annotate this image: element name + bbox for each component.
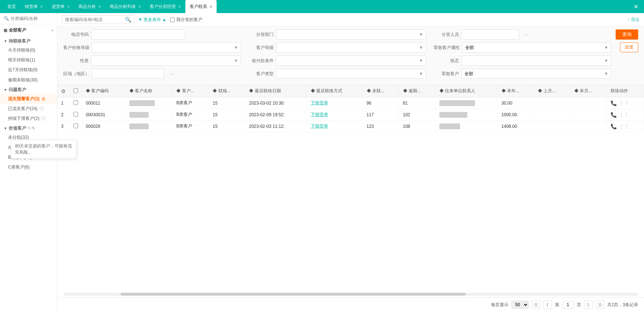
tab-home[interactable]: 首页	[3, 0, 20, 13]
page-last-btn[interactable]: ⟩⟩	[596, 300, 604, 309]
page-next-btn[interactable]: ⟩	[584, 300, 593, 309]
contact-icon[interactable]: 📞	[611, 112, 617, 118]
row-checkbox[interactable]	[73, 123, 78, 128]
last-method-link[interactable]: 下销货单	[311, 123, 328, 129]
sidebar-group-problem-customers[interactable]: ▼ 问题客户	[0, 85, 57, 94]
tab-analysis[interactable]: 商品分析 ✕	[74, 0, 105, 13]
sidebar-item-today-contact[interactable]: 今天待联络(0)	[0, 45, 57, 55]
filter-search-input[interactable]	[65, 17, 125, 22]
cell-no-contact: 96	[363, 97, 399, 109]
tab-customer-tier[interactable]: 客户分层经营 ✕	[145, 0, 185, 13]
col-this-year: ◆ 本年...	[498, 85, 534, 97]
filter-cell-zero-attr: 零散客户属性 全部 ▼	[434, 42, 611, 53]
customer-type-select-wrap: ▼	[276, 69, 426, 79]
cell-contact: 15	[209, 121, 245, 132]
sidebar-item-tomorrow-contact[interactable]: 明天待联络(1)	[0, 55, 57, 65]
sidebar-item-declining[interactable]: 持续下滑客户(2) ⓘ	[0, 114, 57, 123]
manager-more-btn[interactable]: ···	[522, 32, 532, 37]
page-prev-btn[interactable]: ⟨	[543, 300, 552, 309]
last-method-link[interactable]: 下销货单	[311, 100, 328, 105]
horizontal-scrollbar[interactable]	[63, 293, 638, 296]
sidebar-group-value-customers[interactable]: ▼ 价值客户 ↻ ✎	[0, 123, 57, 133]
col-contact: ◆ 联络...	[209, 85, 245, 97]
sidebar-item-7day-contact[interactable]: 近7天待联络(0)	[0, 65, 57, 75]
customer-type-label: 客户类型	[248, 71, 274, 77]
payment-select[interactable]	[276, 56, 426, 66]
region-more-btn[interactable]: ···	[166, 71, 177, 77]
cell-code: 000011	[82, 97, 126, 109]
status-select-wrap: ▼	[461, 56, 611, 66]
setting-button[interactable]: 设置	[620, 42, 638, 52]
filter-cell-customer-level: 客户等级 ▼	[248, 42, 426, 53]
row-actions: 📞 ⋮⋮	[611, 100, 640, 106]
tab-customer-tier-close[interactable]: ✕	[178, 5, 181, 9]
sidebar-search-input[interactable]	[11, 16, 57, 21]
export-button[interactable]: ↑ 导出	[627, 17, 640, 23]
pagination-bar: 每页显示 50 ⟨⟨ ⟨ 第 页 ⟩ ⟩⟩ 共1页，3条记录	[57, 297, 644, 312]
more-actions-icon[interactable]: ⋮⋮	[619, 100, 629, 106]
tab-customer-contact-close[interactable]: ✕	[209, 5, 212, 9]
last-method-link[interactable]: 下销货单	[311, 112, 328, 117]
refresh-icon[interactable]: ↻	[28, 126, 31, 131]
zero-attr-label: 零散客户属性	[434, 45, 460, 51]
tab-sales[interactable]: 销货单 ✕	[20, 0, 47, 13]
row-checkbox[interactable]	[73, 100, 78, 105]
contact-icon[interactable]: 📞	[611, 123, 617, 129]
tab-sales-close[interactable]: ✕	[40, 5, 43, 9]
sidebar-group-pending-contact[interactable]: ▼ 待联络客户	[0, 36, 57, 45]
table-settings-icon[interactable]: ⚙	[61, 88, 66, 94]
cell-this-month	[570, 109, 607, 121]
cell-no: 2	[57, 109, 70, 121]
page-first-btn[interactable]: ⟨⟨	[532, 300, 540, 309]
all-customers-header[interactable]: ⊞ 全部客户 «	[0, 24, 57, 36]
customer-type-select[interactable]	[276, 69, 426, 79]
cell-last-method: 下销货单	[307, 121, 363, 132]
sidebar-item-overdue-contact[interactable]: 逾期未联络(30)	[0, 75, 57, 85]
zero-attr-select[interactable]: 全部	[462, 42, 611, 53]
customer-level-select[interactable]	[276, 42, 426, 53]
window-close-button[interactable]: ✕	[631, 3, 641, 10]
status-select[interactable]	[461, 56, 611, 66]
cell-last-month	[534, 109, 570, 121]
dept-select[interactable]	[276, 29, 426, 40]
phone-input[interactable]	[91, 29, 185, 40]
sidebar-item-class-c[interactable]: C类客户(6)	[0, 162, 57, 172]
grid-icon: ⊞	[4, 28, 7, 33]
table-container: ⚙ ◆ 客户编码 ◆ 客户名称	[57, 85, 644, 291]
per-page-select[interactable]: 50	[511, 301, 529, 309]
manager-input[interactable]	[461, 29, 519, 40]
edit-icon[interactable]: ✎	[32, 126, 35, 131]
select-all-checkbox[interactable]	[73, 88, 78, 93]
region-input[interactable]	[92, 69, 164, 79]
tab-analysis-list-close[interactable]: ✕	[138, 5, 141, 9]
tab-customer-contact[interactable]: 客户联系 ✕	[185, 0, 217, 13]
row-checkbox[interactable]	[73, 112, 78, 117]
tab-analysis-close[interactable]: ✕	[98, 5, 101, 9]
sidebar-item-churned[interactable]: 已流失客户(24) ⓘ	[0, 104, 57, 114]
cell-last-date: 2023-02-03 11:12:	[245, 121, 307, 132]
sidebar-item-churn-warning[interactable]: 流失预警客户(3) ⚠	[0, 94, 57, 104]
export-icon: ↑	[627, 17, 629, 22]
row-actions: 📞 ⋮⋮	[611, 123, 640, 129]
more-actions-icon[interactable]: ⋮⋮	[619, 123, 629, 129]
sidebar-collapse-btn[interactable]: «	[51, 28, 53, 32]
zero-customer-select[interactable]: 全部	[461, 69, 611, 79]
my-customers-checkbox-wrap[interactable]: 我分管的客户	[170, 17, 202, 23]
contact-icon[interactable]: 📞	[611, 100, 617, 106]
tab-purchase-close[interactable]: ✕	[67, 5, 70, 9]
status-label: 状态	[434, 58, 459, 64]
filter-search-button[interactable]: 🔍	[125, 17, 131, 23]
more-actions-icon[interactable]: ⋮⋮	[619, 112, 629, 118]
my-customers-checkbox[interactable]	[170, 17, 175, 22]
page-number-input[interactable]	[562, 301, 574, 308]
query-button[interactable]: 查询	[616, 29, 638, 40]
filter-cell-dept: 分管部门 ▼	[248, 29, 426, 40]
cell-code: 000026	[82, 121, 126, 132]
zero-customer-label: 零散客户	[434, 71, 459, 77]
nature-select[interactable]	[91, 56, 241, 66]
tab-purchase[interactable]: 进货单 ✕	[47, 0, 74, 13]
tab-analysis-list[interactable]: 商品分析列表 ✕	[105, 0, 145, 13]
filter-cell-price-level: 客户价格等级 ▼	[63, 42, 241, 53]
more-conditions-button[interactable]: ▼ 更多条件 ▲	[138, 17, 166, 23]
price-level-select[interactable]	[92, 42, 241, 53]
